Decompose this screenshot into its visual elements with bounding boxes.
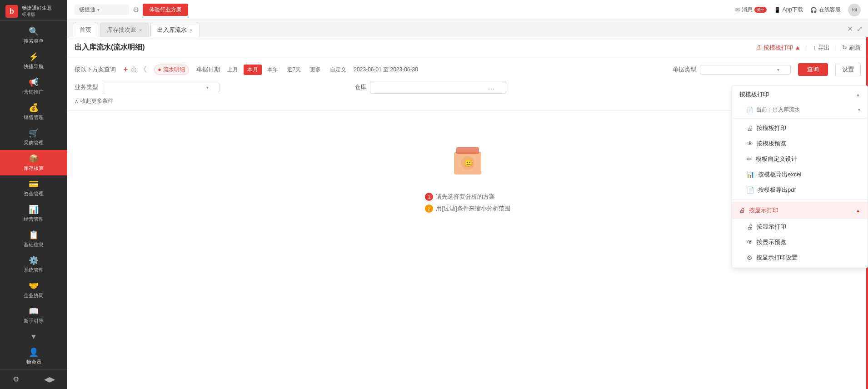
sidebar-item-quick-nav[interactable]: ⚡ 快捷导航 xyxy=(0,48,67,74)
settings-bottom-btn[interactable]: ⚙ xyxy=(9,373,23,385)
tab-home[interactable]: 首页 xyxy=(73,23,98,37)
date-curr-month[interactable]: 本月 xyxy=(244,65,262,75)
dp-display-print-settings[interactable]: ⚙ 按显示打印设置 xyxy=(732,250,868,265)
filter-add-btn[interactable]: + xyxy=(123,65,128,75)
dp-template-pdf-label: 按模板导出pdf xyxy=(758,186,796,194)
logo-icon: b xyxy=(5,5,18,18)
export-icon: ↑ xyxy=(813,44,816,51)
tab-inout-flow-close[interactable]: × xyxy=(190,27,192,33)
sidebar-item-finance[interactable]: 💳 资金管理 xyxy=(0,175,67,201)
message-action[interactable]: ✉ 消息 99+ xyxy=(735,6,767,14)
sidebar-item-inventory[interactable]: 📦 库存核算 xyxy=(0,150,67,175)
empty-illustration: 😐 xyxy=(445,138,490,184)
sidebar-item-basics[interactable]: 📋 基础信息 xyxy=(0,226,67,252)
logo-name: 畅捷通好生意 xyxy=(22,5,52,11)
page-actions: 🖨 按模板打印 ▲ | ↑ 导出 | ↻ 刷新 xyxy=(756,44,861,52)
filter-actions: + ⊙ 《 xyxy=(123,65,147,75)
topbar-settings-icon[interactable]: ⚙ xyxy=(133,5,139,14)
dp-display-print-settings-label: 按显示打印设置 xyxy=(756,254,798,262)
sidebar-item-label: 营销推广 xyxy=(24,89,44,95)
date-prev-month[interactable]: 上月 xyxy=(224,65,242,75)
dropdown-scroll: 按模板打印 ▲ 📄 当前：出入库流水 ▾ 🖨 按模板打印 👁 xyxy=(732,86,868,268)
sidebar-item-enterprise[interactable]: 🤝 企业协同 xyxy=(0,277,67,303)
tab-home-label: 首页 xyxy=(80,26,91,34)
online-service-action[interactable]: 🎧 在线客服 xyxy=(810,6,841,14)
app-download-action[interactable]: 📱 App下载 xyxy=(774,6,803,14)
receipt-type-label: 单据类型 xyxy=(673,65,696,74)
page-header: 出入库流水(流水明细) 🖨 按模板打印 ▲ | ↑ 导出 | ↻ xyxy=(67,37,868,57)
sidebar-item-guide[interactable]: 📖 新手引导 xyxy=(0,303,67,328)
sidebar-item-search[interactable]: 🔍 搜索菜单 xyxy=(0,23,67,48)
sidebar-item-label: 资金管理 xyxy=(24,190,44,197)
warehouse-select[interactable]: … xyxy=(370,81,506,94)
sidebar-item-operations[interactable]: 📊 经营管理 xyxy=(0,201,67,226)
export-btn[interactable]: ↑ 导出 xyxy=(813,44,830,52)
date-more[interactable]: 更多 xyxy=(306,65,324,75)
step1-num: 1 xyxy=(425,193,433,201)
trial-button[interactable]: 体验行业方案 xyxy=(143,4,188,16)
warehouse-more-btn[interactable]: … xyxy=(488,83,495,91)
svg-text:😐: 😐 xyxy=(464,159,473,167)
date-custom[interactable]: 自定义 xyxy=(326,65,350,75)
filter-setting-btn[interactable]: ⊙ xyxy=(131,65,137,74)
filter-label-text: 按以下方案查询 xyxy=(75,65,116,74)
date-range-display: 2023-06-01 至 2023-06-30 xyxy=(354,66,418,74)
logo-badge: 标准版 xyxy=(22,11,52,18)
headset-icon: 🎧 xyxy=(810,7,817,13)
receipt-type-arrow: ▾ xyxy=(777,67,779,72)
collapse-label: 收起更多条件 xyxy=(80,97,113,105)
set-button[interactable]: 设置 xyxy=(835,63,861,76)
dp-template-excel-icon: 📊 xyxy=(747,171,754,178)
sidebar-item-sales[interactable]: 💰 销售管理 xyxy=(0,99,67,125)
filter-biz-type-field: 业务类型 ▾ xyxy=(75,83,220,92)
user-avatar[interactable]: Rit xyxy=(848,4,861,16)
collapse-sidebar-btn[interactable]: ◀▶ xyxy=(40,373,59,385)
enterprise-icon: 🤝 xyxy=(29,281,39,291)
dp-template-print[interactable]: 🖨 按模板打印 xyxy=(732,120,868,136)
sidebar-item-marketing[interactable]: 📢 营销推广 xyxy=(0,74,67,99)
dp-section2-header[interactable]: 🖨 按显示打印 ▲ xyxy=(732,202,868,219)
search-icon: 🔍 xyxy=(29,26,39,36)
filter-collapse-btn[interactable]: 《 xyxy=(140,65,147,75)
sidebar-item-system[interactable]: ⚙️ 系统管理 xyxy=(0,252,67,277)
tab-close-btn[interactable]: ✕ xyxy=(847,24,853,33)
template-print-btn[interactable]: 🖨 按模板打印 ▲ xyxy=(756,44,801,52)
dp-display-excel[interactable]: 📊 按显示导出excel xyxy=(732,265,868,268)
dp-current-template[interactable]: 📄 当前：出入库流水 ▾ xyxy=(732,103,868,116)
sidebar-item-label: 系统管理 xyxy=(24,267,44,274)
sidebar-bottom: ⚙ ◀▶ xyxy=(0,369,67,389)
date-7days[interactable]: 近7天 xyxy=(284,65,305,75)
tab-inout-flow[interactable]: 出入库流水 × xyxy=(150,23,199,37)
dp-template-design-icon: ✏ xyxy=(747,155,752,163)
dp-display-print-label: 按显示打印 xyxy=(757,223,786,231)
tab-inventory-batch-close[interactable]: × xyxy=(139,27,142,33)
dp-template-excel[interactable]: 📊 按模板导出excel xyxy=(732,167,868,182)
template-print-arrow: ▲ xyxy=(795,44,801,51)
sidebar-item-purchase[interactable]: 🛒 采购管理 xyxy=(0,125,67,150)
dp-template-excel-label: 按模板导出excel xyxy=(758,170,801,179)
dp-template-design[interactable]: ✏ 模板自定义设计 xyxy=(732,151,868,167)
online-service-label: 在线客服 xyxy=(819,6,841,14)
dp-template-pdf[interactable]: 📄 按模板导出pdf xyxy=(732,182,868,198)
action-separator2: | xyxy=(835,44,837,51)
query-button[interactable]: 查询 xyxy=(798,63,828,76)
biz-type-arrow: ▾ xyxy=(206,85,209,90)
dp-template-preview[interactable]: 👁 按模板预览 xyxy=(732,136,868,151)
tab-inventory-batch[interactable]: 库存批次账 × xyxy=(100,23,149,37)
export-label: 导出 xyxy=(818,44,830,52)
dp-section1-header[interactable]: 按模板打印 ▲ xyxy=(732,86,868,103)
user-info-box[interactable]: 畅捷通 ▾ xyxy=(75,5,129,15)
biz-type-select[interactable]: ▾ xyxy=(102,83,220,92)
receipt-type-select[interactable]: ▾ xyxy=(700,65,791,75)
filter-flow-tag[interactable]: ● 流水明细 xyxy=(154,65,189,75)
warehouse-label: 仓库 xyxy=(354,83,366,91)
empty-step1: 1 请先选择要分析的方案 xyxy=(425,193,510,201)
dp-display-preview[interactable]: 👁 按显示预览 xyxy=(732,234,868,250)
date-curr-year[interactable]: 本年 xyxy=(264,65,282,75)
sidebar-item-label: 库存核算 xyxy=(24,165,44,172)
tab-maximize-btn[interactable]: ⤢ xyxy=(857,24,863,33)
sidebar-scroll-down[interactable]: ▼ xyxy=(0,330,67,344)
sidebar-item-member[interactable]: 👤 畅会员 xyxy=(0,344,67,369)
refresh-btn[interactable]: ↻ 刷新 xyxy=(842,44,861,52)
dp-display-print[interactable]: 🖨 按显示打印 xyxy=(732,219,868,234)
